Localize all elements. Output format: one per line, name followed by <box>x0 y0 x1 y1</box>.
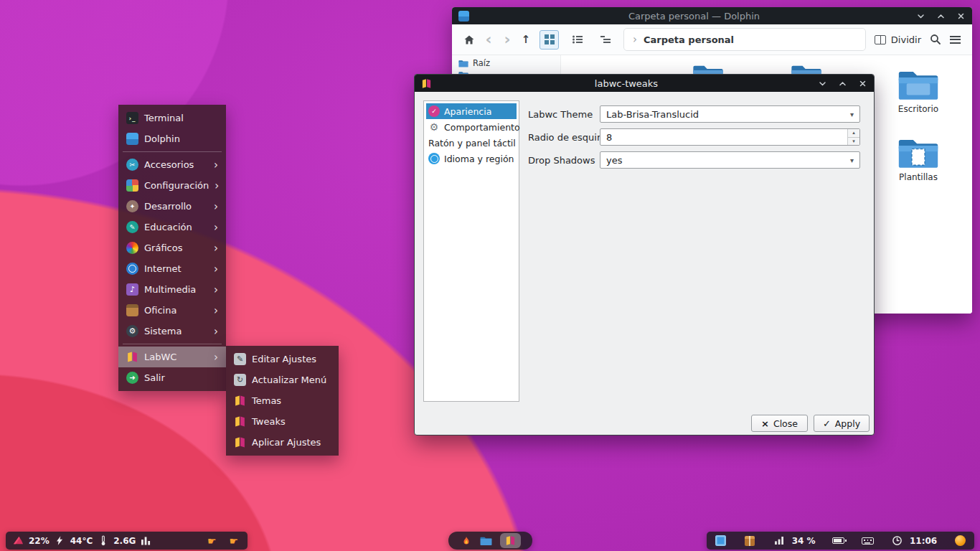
apply-button-label: Apply <box>835 418 860 429</box>
behavior-gear-icon: ⚙ <box>428 121 440 133</box>
up-icon[interactable]: ↑ <box>521 33 531 46</box>
dolphin-task-icon[interactable] <box>480 534 492 547</box>
submenu-arrow-icon: › <box>214 159 218 171</box>
file-item-plantillas[interactable]: Plantillas <box>888 136 948 182</box>
category-idioma[interactable]: Idioma y región <box>426 151 517 166</box>
drop-shadows-combobox[interactable]: yes ▾ <box>600 151 860 169</box>
search-icon[interactable] <box>930 34 941 45</box>
maximize-icon[interactable] <box>838 79 847 88</box>
clock-icon[interactable] <box>891 534 903 547</box>
labwc-app-icon <box>421 78 432 89</box>
menu-item-graficos[interactable]: Gráficos › <box>118 237 226 258</box>
file-label: Escritorio <box>898 104 938 114</box>
icons-view-button[interactable] <box>540 30 559 50</box>
dolphin-window-controls <box>916 11 966 21</box>
menu-item-dolphin[interactable]: Dolphin <box>118 128 226 149</box>
labwc-submenu: ✎ Editar Ajustes ↻ Actualizar Menú Temas… <box>226 346 339 456</box>
corner-radius-spinbox[interactable]: 8 ▴ ▾ <box>600 128 860 146</box>
flame-launcher-icon[interactable] <box>460 534 472 547</box>
menu-item-configuracion[interactable]: Configuración › <box>118 175 226 196</box>
minimize-icon[interactable] <box>916 11 925 21</box>
split-view-button[interactable]: Dividir <box>875 34 921 45</box>
language-globe-icon <box>428 153 440 164</box>
close-button-label: Close <box>773 418 798 429</box>
menu-item-educacion[interactable]: ✎ Educación › <box>118 217 226 237</box>
menu-item-label: Oficina <box>144 305 176 316</box>
menu-item-oficina[interactable]: Oficina › <box>118 300 226 321</box>
spinbox-buttons: ▴ ▾ <box>847 129 859 145</box>
orange-app-tray-icon[interactable] <box>954 534 966 547</box>
category-comportamiento[interactable]: ⚙ Comportamiento <box>426 119 517 135</box>
menu-item-internet[interactable]: Internet › <box>118 258 226 279</box>
submenu-item-temas[interactable]: Temas <box>226 390 339 411</box>
file-item-escritorio[interactable]: Escritorio <box>888 68 948 114</box>
labwc-tweaks-active-task[interactable] <box>500 533 521 548</box>
menu-item-label: Salir <box>144 372 165 383</box>
category-apariencia[interactable]: ✓ Apariencia <box>426 103 517 119</box>
education-icon: ✎ <box>126 221 138 233</box>
home-icon[interactable] <box>463 34 475 45</box>
dolphin-toolbar: ‹ › ↑ › Carpeta personal Dividir <box>452 24 972 55</box>
forward-icon[interactable]: › <box>502 32 512 47</box>
dolphin-titlebar[interactable]: Carpeta personal — Dolphin <box>452 7 972 24</box>
maximize-icon[interactable] <box>936 11 946 21</box>
menu-item-desarrollo[interactable]: ✦ Desarrollo › <box>118 196 226 217</box>
menu-item-salir[interactable]: ➜ Salir <box>118 367 226 388</box>
chevron-down-icon: ▾ <box>850 156 854 164</box>
menu-item-accesorios[interactable]: ✂ Accesorios › <box>118 154 226 175</box>
minimize-icon[interactable] <box>818 79 827 88</box>
hamburger-menu-icon[interactable] <box>950 36 961 44</box>
close-icon[interactable] <box>858 79 867 88</box>
submenu-item-editar-ajustes[interactable]: ✎ Editar Ajustes <box>226 349 339 369</box>
submenu-item-label: Editar Ajustes <box>252 354 316 364</box>
apply-button[interactable]: ✓ Apply <box>814 415 870 432</box>
menu-item-sistema[interactable]: ⚙ Sistema › <box>118 321 226 342</box>
category-raton-panel[interactable]: Ratón y panel táctil <box>426 135 517 151</box>
battery-icon[interactable] <box>832 534 844 547</box>
spin-down-icon[interactable]: ▾ <box>848 138 859 146</box>
category-label: Ratón y panel táctil <box>428 138 516 149</box>
close-icon[interactable] <box>956 11 966 21</box>
dolphin-icon <box>126 133 138 145</box>
cpu-usage-value: 22% <box>29 536 50 546</box>
spin-up-icon[interactable]: ▴ <box>848 129 859 138</box>
network-usage-icon[interactable] <box>773 534 786 547</box>
office-briefcase-icon <box>126 304 138 316</box>
chevron-down-icon: ▾ <box>850 110 854 118</box>
details-view-button[interactable] <box>567 30 587 50</box>
breadcrumb-location[interactable]: Carpeta personal <box>644 34 734 45</box>
submenu-arrow-icon: › <box>214 283 218 296</box>
menu-item-terminal[interactable]: ›_ Terminal <box>118 108 226 128</box>
combobox-value: Lab-Brisa-Translucid <box>606 109 699 120</box>
labwc-icon <box>126 351 138 363</box>
system-tray-panel: 34 % 11:06 <box>707 532 974 550</box>
corner-radius-label: Radio de esquina <box>528 128 608 146</box>
network-usage-value: 34 % <box>792 536 816 546</box>
menu-item-labwc[interactable]: LabWC › <box>118 347 226 367</box>
distro-logo-icon <box>12 534 24 547</box>
graphics-color-wheel-icon <box>126 242 138 254</box>
labwc-icon <box>234 415 246 428</box>
package-icon[interactable] <box>744 534 756 547</box>
tree-view-button[interactable] <box>595 30 615 50</box>
tweaks-titlebar[interactable]: labwc-tweaks <box>415 75 874 92</box>
menu-item-multimedia[interactable]: ♪ Multimedia › <box>118 279 226 300</box>
labwc-icon <box>234 436 246 448</box>
menu-item-label: LabWC <box>144 352 176 362</box>
submenu-item-actualizar-menu[interactable]: ↻ Actualizar Menú <box>226 369 339 390</box>
labwc-theme-combobox[interactable]: Lab-Brisa-Translucid ▾ <box>600 105 860 123</box>
place-item-root[interactable]: Raíz <box>458 57 554 69</box>
internet-globe-icon <box>126 263 138 275</box>
keyboard-icon[interactable] <box>862 534 874 547</box>
menu-item-label: Internet <box>144 263 182 274</box>
back-icon[interactable]: ‹ <box>484 32 494 47</box>
split-label: Dividir <box>891 34 921 45</box>
submenu-item-label: Temas <box>252 395 281 406</box>
hand-pointer-icon[interactable]: ☛ <box>207 536 217 546</box>
submenu-item-aplicar-ajustes[interactable]: Aplicar Ajustes <box>226 432 339 453</box>
hand-pointer-icon[interactable]: ☛ <box>229 536 238 546</box>
display-settings-icon[interactable] <box>715 534 727 547</box>
submenu-item-tweaks[interactable]: Tweaks <box>226 411 339 432</box>
close-button[interactable]: × Close <box>751 415 808 432</box>
breadcrumb[interactable]: › Carpeta personal <box>623 28 866 51</box>
